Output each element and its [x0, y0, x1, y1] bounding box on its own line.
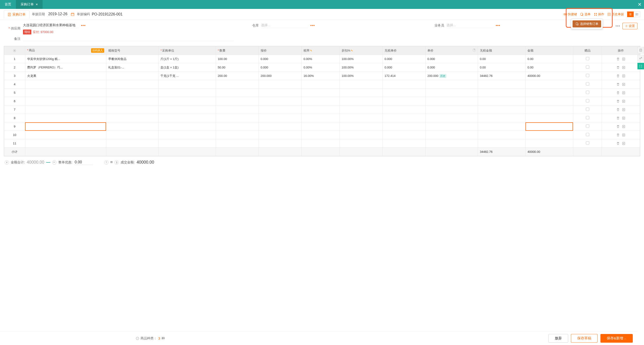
cell-discount[interactable] — [340, 139, 382, 148]
cell-price[interactable] — [426, 131, 478, 139]
cell-product[interactable]: 费列罗（FERRERO）巧... — [25, 63, 106, 72]
cell-price[interactable]: 200.000历史 — [426, 72, 478, 80]
delete-row-icon[interactable] — [616, 125, 620, 128]
cell-amount[interactable] — [526, 89, 573, 97]
col-settings[interactable] — [4, 46, 25, 55]
col-qty[interactable]: *数量 — [216, 46, 258, 55]
cell-qty[interactable] — [216, 139, 258, 148]
rail-link-button[interactable] — [638, 55, 644, 61]
cell-spec[interactable] — [106, 114, 158, 122]
cell-amount-notax[interactable] — [478, 106, 526, 114]
col-amount[interactable]: 金额 — [526, 46, 573, 55]
col-unit[interactable]: *采购单位 — [158, 46, 216, 55]
cell-gift[interactable] — [573, 131, 602, 139]
warehouse-lookup-icon[interactable]: ••• — [310, 24, 315, 28]
cell-unit[interactable] — [158, 114, 216, 122]
add-row-icon[interactable] — [622, 91, 625, 95]
cell-gift[interactable] — [573, 63, 602, 72]
cell-gift[interactable] — [573, 122, 602, 131]
cell-product[interactable]: 华美华夫软饼1200g 糕... — [25, 55, 106, 63]
cell-unit[interactable] — [158, 131, 216, 139]
gift-checkbox[interactable] — [586, 141, 589, 145]
cell-amount-notax[interactable] — [478, 139, 526, 148]
cell-quote[interactable]: 0.000 — [258, 63, 302, 72]
cell-gift[interactable] — [573, 80, 602, 89]
col-gift[interactable]: 赠品 — [573, 46, 602, 55]
cell-price[interactable]: 0.000 — [426, 63, 478, 72]
cell-quote[interactable] — [258, 139, 302, 148]
table-row[interactable]: 4 — [4, 80, 640, 89]
table-row[interactable]: 5 — [4, 89, 640, 97]
cell-tax[interactable] — [302, 89, 340, 97]
cell-product[interactable] — [25, 114, 106, 122]
add-row-icon[interactable] — [622, 83, 625, 86]
cell-quote[interactable]: 200.000 — [258, 72, 302, 80]
cell-unit[interactable] — [158, 139, 216, 148]
delete-row-icon[interactable] — [616, 116, 620, 120]
cell-product[interactable] — [25, 131, 106, 139]
rail-expand-button[interactable] — [638, 63, 644, 69]
col-tax[interactable]: 税率✎ — [302, 46, 340, 55]
cell-qty[interactable] — [216, 106, 258, 114]
cell-discount[interactable]: 100.00% — [340, 55, 382, 63]
cell-price[interactable] — [426, 80, 478, 89]
cell-price-notax[interactable] — [382, 89, 425, 97]
table-row[interactable]: 1 华美华夫软饼1200g 糕... 早餐休闲食品 斤(1斤 = 1斤) 100… — [4, 55, 640, 63]
cell-price-notax[interactable]: 0.000 — [382, 63, 425, 72]
cell-quote[interactable] — [258, 97, 302, 106]
settings-button[interactable]: 设置 — [622, 23, 638, 29]
cell-amount[interactable]: 0.00 — [526, 55, 573, 63]
cell-gift[interactable] — [573, 106, 602, 114]
cell-discount[interactable] — [340, 122, 382, 131]
cell-unit[interactable]: 斤(1斤 = 1斤) — [158, 55, 216, 63]
cell-discount[interactable] — [340, 114, 382, 122]
cell-unit[interactable] — [158, 106, 216, 114]
cell-product[interactable] — [25, 106, 106, 114]
cell-unit[interactable] — [158, 122, 216, 131]
edit-icon[interactable]: ✎ — [351, 49, 353, 52]
cell-price-notax[interactable]: 0.000 — [382, 55, 425, 63]
table-row[interactable]: 2 费列罗（FERRERO）巧... 礼盒装01-... 盒(1盒 = 1盒) … — [4, 63, 640, 72]
cell-amount-notax[interactable]: 0.00 — [478, 55, 526, 63]
clerk-lookup-icon[interactable]: ••• — [496, 24, 500, 28]
gift-checkbox[interactable] — [586, 99, 589, 102]
col-product[interactable]: *商品扫码录入 — [25, 46, 106, 55]
cell-tax[interactable] — [302, 139, 340, 148]
delete-row-icon[interactable] — [616, 57, 620, 61]
cell-product[interactable] — [25, 97, 106, 106]
cell-tax[interactable] — [302, 97, 340, 106]
col-quote[interactable]: 报价 — [258, 46, 302, 55]
doc-date-value[interactable]: 2019-12-26 — [47, 12, 69, 17]
document-type-tab[interactable]: 采购订单 — [4, 10, 30, 19]
col-op[interactable]: 操作 — [602, 46, 640, 55]
cell-unit[interactable] — [158, 80, 216, 89]
cell-unit[interactable]: 盒(1盒 = 1盒) — [158, 63, 216, 72]
edit-icon[interactable]: ✎ — [310, 49, 312, 52]
cell-quote[interactable] — [258, 80, 302, 89]
cell-tax[interactable] — [302, 80, 340, 89]
cell-gift[interactable] — [573, 55, 602, 63]
table-row[interactable]: 6 — [4, 97, 640, 106]
cell-amount[interactable]: 0.00 — [526, 63, 573, 72]
gift-checkbox[interactable] — [586, 65, 589, 69]
cell-discount[interactable]: 100.00% — [340, 72, 382, 80]
cell-qty[interactable]: 200.00 — [216, 72, 258, 80]
gift-checkbox[interactable] — [586, 82, 589, 86]
table-row[interactable]: 10 — [4, 131, 640, 139]
cell-price-notax[interactable] — [382, 80, 425, 89]
cell-amount[interactable] — [526, 106, 573, 114]
cell-amount-notax[interactable] — [478, 131, 526, 139]
cell-spec[interactable]: 礼盒装01-... — [106, 63, 158, 72]
cell-qty[interactable] — [216, 97, 258, 106]
cell-unit[interactable] — [158, 97, 216, 106]
close-icon[interactable]: ✕ — [36, 3, 38, 6]
cell-quote[interactable] — [258, 106, 302, 114]
cell-discount[interactable] — [340, 97, 382, 106]
cell-product[interactable] — [25, 139, 106, 148]
cell-quote[interactable] — [258, 131, 302, 139]
cell-tax[interactable]: 0.00% — [302, 63, 340, 72]
cell-qty[interactable] — [216, 114, 258, 122]
table-row[interactable]: 8 — [4, 114, 640, 122]
cell-price[interactable] — [426, 114, 478, 122]
cell-price-notax[interactable] — [382, 114, 425, 122]
